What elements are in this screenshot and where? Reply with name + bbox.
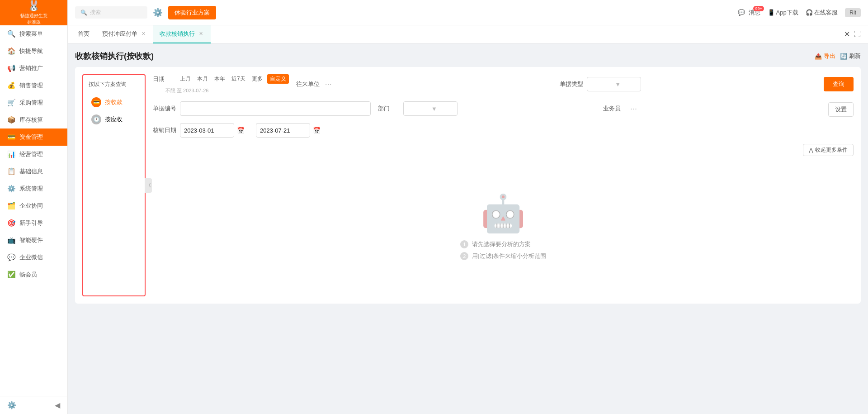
verify-start-calendar-icon[interactable]: 📅 [237, 127, 245, 134]
system-icon: ⚙️ [7, 185, 16, 193]
tab-close-all-btn[interactable]: ✕ [844, 30, 850, 38]
search-placeholder-text: 搜索 [90, 9, 101, 16]
dept-label: 部门 [378, 105, 400, 113]
settings-button[interactable]: 设置 [828, 102, 854, 117]
user-avatar[interactable]: Rit [845, 8, 861, 17]
basic-info-icon: 📋 [7, 167, 16, 176]
tab-maximize-btn[interactable]: ⛶ [854, 30, 861, 38]
doc-no-input[interactable] [180, 101, 371, 116]
export-icon: 📤 [815, 53, 822, 60]
sidebar-item-quick-nav[interactable]: 🏠 快捷导航 [0, 43, 67, 60]
topbar: 🔍 搜索 ⚙️ 休验行业方案 💬 99+ 消息 📱 App下载 🎧 在线客服 R… [68, 0, 868, 25]
verify-date-label: 核销日期 [153, 126, 176, 134]
shortcut-last-month[interactable]: 上月 [178, 74, 193, 84]
shortcut-this-year[interactable]: 本年 [212, 74, 227, 84]
tab-prepay-close-icon[interactable]: ✕ [140, 30, 147, 38]
staff-field: 业务员 ··· [603, 104, 821, 114]
verify-end-calendar-icon[interactable]: 📅 [313, 127, 321, 134]
sales-icon: 💰 [7, 81, 16, 90]
shortcut-more[interactable]: 更多 [250, 74, 264, 84]
topbar-search[interactable]: 🔍 搜索 [75, 6, 147, 19]
sidebar-item-wx-work[interactable]: 💬 企业微信 [0, 249, 67, 266]
sidebar-item-label: 库存核算 [19, 116, 43, 124]
sidebar-item-purchase[interactable]: 🛒 采购管理 [0, 94, 67, 111]
sidebar-item-label: 快捷导航 [19, 47, 43, 55]
empty-state: 🤖 1 请先选择要分析的方案 2 用[过滤]条件来缩小分析范围 [153, 156, 854, 296]
sidebar-item-sales[interactable]: 💰 销售管理 [0, 77, 67, 94]
verify-date-field: 核销日期 📅 — 📅 [153, 123, 854, 138]
message-badge: 99+ [753, 6, 764, 11]
sidebar-item-inventory[interactable]: 📦 库存核算 [0, 111, 67, 128]
sidebar-item-system[interactable]: ⚙️ 系统管理 [0, 180, 67, 197]
topbar-search-icon: 🔍 [80, 10, 87, 16]
sidebar-item-smart-hw[interactable]: 📺 智能硬件 [0, 232, 67, 249]
tab-prepay-label: 预付冲应付单 [102, 30, 137, 38]
dept-select[interactable]: ▼ [403, 101, 458, 116]
content-area: 收款核销执行(按收款) 📤 导出 🔄 刷新 按以下方案查询 💳 按收款 [68, 43, 868, 414]
by-receipt-icon: 💳 [91, 97, 101, 107]
filter-option-by-receivable[interactable]: 🕐 按应收 [89, 111, 139, 128]
sidebar-item-basic-info[interactable]: 📋 基础信息 [0, 163, 67, 180]
shortcut-7days[interactable]: 近7天 [230, 74, 247, 84]
sidebar-item-member[interactable]: ✅ 畅会员 [0, 266, 67, 283]
sidebar-item-enterprise[interactable]: 🗂️ 企业协同 [0, 197, 67, 214]
verify-end-input[interactable] [256, 123, 310, 138]
shortcut-custom[interactable]: 自定义 [267, 74, 289, 84]
tab-receipt-close-icon[interactable]: ✕ [198, 30, 204, 38]
filter-form: 日期 上月 本月 本年 近7天 更多 自定义 不限 至 2023-07-26 [153, 74, 854, 296]
sidebar-footer: ⚙️ ◀ [0, 396, 67, 414]
logo-icon: 🐰 [28, 0, 40, 12]
app-download-btn[interactable]: 📱 App下载 [768, 9, 798, 17]
filter-panel-collapse-btn[interactable]: 《 [145, 178, 152, 193]
smart-hw-icon: 📺 [7, 236, 16, 244]
tab-bar: 首页 预付冲应付单 ✕ 收款核销执行 ✕ ✕ ⛶ [68, 25, 868, 43]
filter-panel: 按以下方案查询 💳 按收款 🕐 按应收 《 [82, 74, 146, 296]
sidebar-item-marketing[interactable]: 📢 营销推广 [0, 60, 67, 77]
sidebar-collapse-icon[interactable]: ◀ [55, 401, 60, 409]
sidebar-item-label: 营销推广 [19, 64, 43, 72]
online-service-btn[interactable]: 🎧 在线客服 [806, 9, 838, 17]
shortcut-this-month[interactable]: 本月 [195, 74, 210, 84]
export-label: 导出 [824, 52, 835, 60]
app-version: 标准版 [27, 19, 41, 25]
export-button[interactable]: 📤 导出 [815, 52, 835, 60]
app-name: 畅捷通好生意 [20, 13, 47, 19]
tab-actions: ✕ ⛶ [844, 30, 864, 38]
message-btn[interactable]: 💬 99+ 消息 [738, 9, 760, 17]
doc-type-field: 单据类型 ▼ [560, 77, 816, 91]
staff-label: 业务员 [603, 105, 625, 113]
tab-receipt-offset[interactable]: 收款核销执行 ✕ [153, 25, 211, 43]
doc-no-field: 单据编号 [153, 101, 371, 116]
tab-home[interactable]: 首页 [71, 25, 96, 43]
refresh-button[interactable]: 🔄 刷新 [840, 52, 861, 60]
sidebar-settings-icon[interactable]: ⚙️ [7, 401, 16, 409]
filter-option-by-receipt[interactable]: 💳 按收款 [89, 94, 139, 111]
empty-tip-1: 1 请先选择要分析的方案 [460, 240, 546, 248]
page-header: 收款核销执行(按收款) 📤 导出 🔄 刷新 [75, 51, 861, 62]
counterparty-ellipsis[interactable]: ··· [323, 80, 334, 89]
search-button[interactable]: 查询 [824, 77, 854, 91]
sidebar-nav: 🔍 搜索菜单 🏠 快捷导航 📢 营销推广 💰 销售管理 🛒 采购管理 📦 库存核… [0, 25, 67, 396]
sidebar-item-operations[interactable]: 📊 经营管理 [0, 146, 67, 163]
industry-btn[interactable]: 休验行业方案 [168, 6, 216, 19]
sidebar-item-search-menu[interactable]: 🔍 搜索菜单 [0, 25, 67, 43]
doc-type-select[interactable]: ▼ [587, 77, 641, 91]
empty-tips: 1 请先选择要分析的方案 2 用[过滤]条件来缩小分析范围 [460, 240, 546, 260]
empty-illustration: 🤖 [481, 192, 526, 235]
topbar-settings-icon[interactable]: ⚙️ [153, 8, 163, 18]
sidebar-item-guide[interactable]: 🎯 新手引导 [0, 214, 67, 232]
main-area: 🔍 搜索 ⚙️ 休验行业方案 💬 99+ 消息 📱 App下载 🎧 在线客服 R… [68, 0, 868, 414]
filter-panel-title: 按以下方案查询 [89, 81, 139, 88]
purchase-icon: 🛒 [7, 99, 16, 107]
verify-start-input[interactable] [180, 123, 234, 138]
tip-num-2: 2 [460, 252, 468, 260]
collapse-more-label: 收起更多条件 [815, 146, 848, 154]
collapse-more-button[interactable]: ⋀ 收起更多条件 [803, 144, 854, 156]
tab-prepay-offset[interactable]: 预付冲应付单 ✕ [96, 25, 153, 43]
sidebar-item-label: 资金管理 [19, 133, 43, 141]
operations-icon: 📊 [7, 150, 16, 158]
sidebar-item-finance[interactable]: 💳 资金管理 [0, 128, 67, 146]
filter-row-1: 日期 上月 本月 本年 近7天 更多 自定义 不限 至 2023-07-26 [153, 74, 854, 94]
staff-ellipsis[interactable]: ··· [628, 104, 639, 114]
sidebar-item-label: 采购管理 [19, 99, 43, 107]
